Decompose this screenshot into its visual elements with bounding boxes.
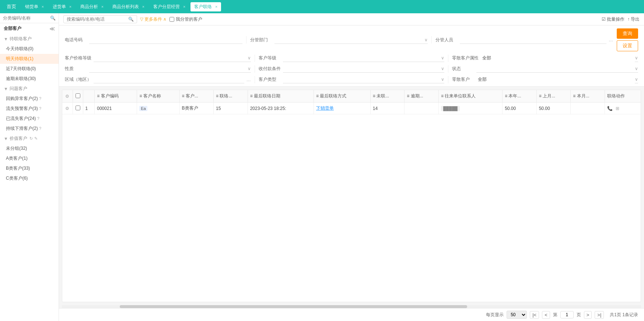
sidebar-item-declining[interactable]: 持续下滑客户(2) ?: [0, 124, 59, 134]
close-sales-order[interactable]: ×: [42, 4, 44, 9]
sidebar-item-repurchase-abnormal[interactable]: 回购异常客户(2) ?: [0, 94, 59, 104]
sidebar-item-tomorrow[interactable]: 明天待联络(1): [0, 54, 59, 64]
col-header-check: [73, 90, 83, 103]
filter-nature: 性质 ∨: [65, 65, 251, 73]
export-icon: ↑: [627, 17, 630, 22]
export-button[interactable]: ↑ 导出: [627, 16, 640, 23]
nav-customer-tiering[interactable]: 客户分层经营 ×: [150, 2, 189, 11]
sidebar-item-c-class[interactable]: C类客户(6): [0, 173, 59, 183]
filter-nature-select[interactable]: ∨: [89, 65, 251, 73]
filter-phone-input[interactable]: [89, 36, 242, 44]
row-last-contact-method: 下销货单: [314, 103, 370, 114]
col-label-action: 联络动作: [607, 93, 625, 99]
horizontal-scrollbar[interactable]: [62, 305, 641, 308]
sidebar-item-a-class[interactable]: A类客户(1): [0, 153, 59, 163]
col-label-last-contact-date: ≡ 最后联络日期: [250, 93, 280, 99]
sidebar-item-today[interactable]: 今天待联络(0): [0, 44, 59, 54]
nav-product-analysis-list[interactable]: 商品分析列表 ×: [109, 2, 148, 11]
filter-row-2: 客户价格等级 ∨ 客户等级 ∨ 零散客户属性: [65, 54, 638, 62]
filter-customer-level-select[interactable]: ∨: [283, 54, 445, 62]
col-label-code: ≡ 客户编码: [97, 93, 118, 99]
my-customers-checkbox[interactable]: [169, 17, 174, 22]
col-label-contact-count: ≡ 联络...: [216, 93, 232, 99]
retail-attr-chevron-icon: ∨: [635, 55, 638, 61]
filter-status-select[interactable]: ∨: [476, 65, 638, 73]
filter-manager-input[interactable]: [460, 36, 606, 44]
value-edit-icon[interactable]: ✎: [34, 136, 38, 141]
action-phone-icon[interactable]: 📞: [607, 106, 613, 111]
pending-arrow-icon: ▼: [4, 37, 8, 42]
next-page-button[interactable]: >: [584, 311, 592, 319]
problem-arrow-icon: ▼: [4, 86, 8, 92]
nav-home[interactable]: 首页: [3, 2, 20, 11]
select-all-checkbox[interactable]: [76, 93, 80, 98]
value-refresh-icon[interactable]: ↻: [29, 136, 33, 141]
sidebar-section-value: ▼ 价值客户 ↻ ✎: [0, 134, 59, 144]
sidebar-item-7days[interactable]: 近7天待联络(0): [0, 64, 59, 74]
more-conditions-button[interactable]: ▽ 更多条件 ∧: [140, 16, 167, 23]
nav-product-analysis[interactable]: 商品分析 ×: [77, 2, 107, 11]
search-icon[interactable]: 🔍: [128, 17, 134, 22]
row-type: B类客户: [179, 103, 214, 114]
filter-payment-select[interactable]: ∨: [283, 65, 445, 73]
col-label-last-contact-method: ≡ 最后联络方式: [316, 93, 346, 99]
sidebar-section-problem: ▼ 问题客户: [0, 84, 59, 94]
col-label-current-month: ≡ 本月...: [573, 93, 589, 99]
batch-button[interactable]: ☑ 批量操作: [602, 16, 624, 23]
first-page-button[interactable]: |<: [530, 311, 539, 319]
close-customer-tiering[interactable]: ×: [183, 4, 185, 9]
close-product-analysis-list[interactable]: ×: [142, 4, 144, 9]
prev-page-button[interactable]: <: [542, 311, 550, 319]
region-more-icon[interactable]: …: [246, 77, 251, 82]
my-customers-checkbox-label: 我分管的客户: [169, 16, 202, 23]
sidebar-item-lost[interactable]: 已流失客户(24) ?: [0, 114, 59, 124]
close-product-analysis[interactable]: ×: [101, 4, 104, 9]
filter-price-level-select[interactable]: ∨: [94, 54, 251, 62]
col-header-contact-count: ≡ 联络...: [214, 90, 248, 103]
action-icons: 📞 ⊞: [607, 106, 638, 111]
sidebar-item-overdue[interactable]: 逾期未联络(30): [0, 74, 59, 84]
scrollbar-thumb[interactable]: [120, 305, 467, 308]
sidebar-search-input[interactable]: [3, 15, 50, 21]
col-label-not-contacted: ≡ 未联...: [373, 93, 389, 99]
search-input[interactable]: [67, 17, 128, 22]
sidebar-search-icon[interactable]: 🔍: [50, 15, 56, 21]
col-header-last-contact-method: ≡ 最后联络方式: [314, 90, 370, 103]
chevron-up-icon: ∧: [163, 17, 167, 22]
page-size-select[interactable]: 50 100 200: [507, 311, 527, 319]
row-not-contacted: 14: [370, 103, 405, 114]
filter-dept-select[interactable]: ∨: [274, 36, 428, 44]
row-contact-person: █████: [438, 103, 502, 114]
divider-6: [448, 65, 448, 73]
page-size-label: 每页显示: [486, 312, 504, 318]
last-page-button[interactable]: >|: [595, 311, 604, 319]
sidebar-item-ungrouped[interactable]: 未分组(32): [0, 144, 59, 153]
setting-button[interactable]: 设置: [617, 40, 638, 51]
table-header-row: ⚙ ≡ 客户编码 ≡ 客户名称 ≡ 客户... ≡ 联: [62, 90, 641, 103]
close-customer-contact[interactable]: ×: [215, 4, 217, 9]
query-button[interactable]: 查询: [617, 28, 638, 39]
nav-customer-contact[interactable]: 客户联络 ×: [190, 2, 221, 11]
close-purchase-order[interactable]: ×: [69, 4, 71, 9]
last-contact-link[interactable]: 下销货单: [316, 106, 334, 111]
filter-region-input[interactable]: [94, 76, 244, 83]
divider-1: [246, 36, 246, 44]
nav-sales-order[interactable]: 销货单 ×: [21, 2, 48, 11]
filter-retail-customer-select[interactable]: ∨: [635, 76, 638, 83]
row-checkbox[interactable]: [76, 106, 80, 110]
filter-area: 电话号码 分管部门 ∨ 分管人员 …: [59, 25, 644, 87]
col-header-not-contacted: ≡ 未联...: [370, 90, 405, 103]
sidebar-item-lost-warning[interactable]: 流失预警客户(3) ?: [0, 104, 59, 114]
manager-more-icon[interactable]: …: [609, 37, 613, 42]
sidebar-collapse-icon[interactable]: ≪: [49, 26, 55, 32]
customer-level-chevron-icon: ∨: [441, 55, 444, 61]
filter-retail-attr-select[interactable]: ∨: [635, 54, 638, 62]
col-header-last-contact-date: ≡ 最后联络日期: [248, 90, 314, 103]
action-qr-icon[interactable]: ⊞: [616, 106, 619, 111]
row-gear[interactable]: ⚙: [62, 103, 73, 114]
nav-purchase-order[interactable]: 进货单 ×: [49, 2, 75, 11]
page-number-input[interactable]: [560, 311, 574, 318]
filter-customer-type-select[interactable]: ∨: [283, 76, 445, 83]
sidebar-item-b-class[interactable]: B类客户(33): [0, 163, 59, 173]
filter-price-level: 客户价格等级 ∨: [65, 54, 251, 62]
